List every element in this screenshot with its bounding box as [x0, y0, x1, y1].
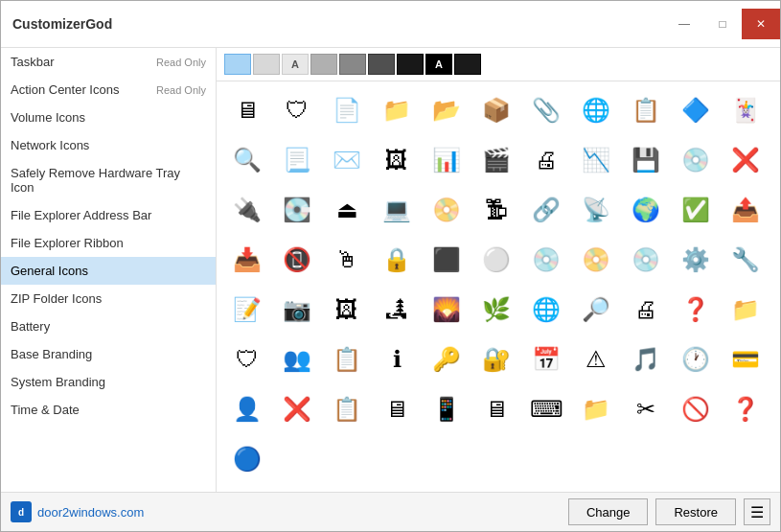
icon-cell-26[interactable]: 📀: [424, 187, 470, 233]
icon-cell-65[interactable]: 💳: [723, 336, 769, 382]
icon-cell-74[interactable]: ✂: [623, 386, 669, 432]
change-button[interactable]: Change: [568, 498, 649, 525]
icon-cell-63[interactable]: 🎵: [623, 336, 669, 382]
icon-cell-13[interactable]: ✉️: [324, 137, 370, 183]
icon-cell-32[interactable]: 📤: [723, 187, 769, 233]
sidebar-item-system-branding[interactable]: System Branding: [1, 368, 216, 396]
icon-cell-6[interactable]: 📎: [523, 87, 569, 133]
icon-cell-59[interactable]: 🔑: [424, 336, 470, 382]
icon-cell-12[interactable]: 📃: [274, 137, 320, 183]
icon-cell-33[interactable]: 📥: [224, 237, 270, 283]
icon-cell-75[interactable]: 🚫: [673, 386, 719, 432]
icon-cell-42[interactable]: ⚙️: [673, 237, 719, 283]
sidebar-item-time-date[interactable]: Time & Date: [1, 396, 216, 424]
sidebar-item-safely-remove[interactable]: Safely Remove Hardware Tray Icon: [1, 159, 216, 201]
sidebar-item-file-explorer-ribbon[interactable]: File Explorer Ribbon: [1, 229, 216, 257]
close-button[interactable]: ✕: [742, 9, 780, 39]
icon-cell-27[interactable]: 🗜: [473, 187, 519, 233]
icon-cell-23[interactable]: 💽: [274, 187, 320, 233]
icon-cell-1[interactable]: 🛡: [274, 87, 320, 133]
icon-cell-76[interactable]: ❓: [723, 386, 769, 432]
icon-cell-9[interactable]: 🔷: [673, 87, 719, 133]
icon-cell-53[interactable]: ❓: [673, 287, 719, 333]
sidebar-item-network[interactable]: Network Icons: [1, 131, 216, 159]
icon-cell-2[interactable]: 📄: [324, 87, 370, 133]
icon-cell-24[interactable]: ⏏: [324, 187, 370, 233]
icon-cell-38[interactable]: ⚪: [473, 237, 519, 283]
icon-cell-51[interactable]: 🔎: [573, 287, 619, 333]
color-swatch-2[interactable]: A: [282, 54, 309, 75]
icon-cell-37[interactable]: ⬛: [424, 237, 470, 283]
color-swatch-0[interactable]: [224, 54, 251, 75]
icon-cell-77[interactable]: 🔵: [224, 436, 270, 482]
icon-cell-5[interactable]: 📦: [473, 87, 519, 133]
color-swatch-4[interactable]: [339, 54, 366, 75]
icon-cell-4[interactable]: 📂: [424, 87, 470, 133]
icon-cell-22[interactable]: 🔌: [224, 187, 270, 233]
color-swatch-5[interactable]: [368, 54, 395, 75]
icon-cell-44[interactable]: 📝: [224, 287, 270, 333]
icon-cell-73[interactable]: 📁: [573, 386, 619, 432]
icon-cell-69[interactable]: 🖥: [374, 386, 420, 432]
icon-cell-16[interactable]: 🎬: [473, 137, 519, 183]
icon-cell-40[interactable]: 📀: [573, 237, 619, 283]
icon-cell-39[interactable]: 💿: [523, 237, 569, 283]
icon-cell-45[interactable]: 📷: [274, 287, 320, 333]
icon-cell-61[interactable]: 📅: [523, 336, 569, 382]
icon-cell-55[interactable]: 🛡: [224, 336, 270, 382]
icon-cell-47[interactable]: 🏞: [374, 287, 420, 333]
icon-cell-57[interactable]: 📋: [324, 336, 370, 382]
color-swatch-6[interactable]: [397, 54, 424, 75]
icon-cell-14[interactable]: 🖼: [374, 137, 420, 183]
icon-cell-48[interactable]: 🌄: [424, 287, 470, 333]
icon-cell-25[interactable]: 💻: [374, 187, 420, 233]
color-swatch-3[interactable]: [310, 54, 337, 75]
icon-cell-68[interactable]: 📋: [324, 386, 370, 432]
icon-cell-56[interactable]: 👥: [274, 336, 320, 382]
icon-cell-67[interactable]: ❌: [274, 386, 320, 432]
icon-cell-49[interactable]: 🌿: [473, 287, 519, 333]
icon-cell-58[interactable]: ℹ: [374, 336, 420, 382]
icon-cell-21[interactable]: ❌: [723, 137, 769, 183]
icon-cell-41[interactable]: 💿: [623, 237, 669, 283]
sidebar-item-zip-folder[interactable]: ZIP Folder Icons: [1, 285, 216, 312]
sidebar-item-file-explorer-address[interactable]: File Explorer Address Bar: [1, 201, 216, 229]
icon-cell-35[interactable]: 🖱: [324, 237, 370, 283]
icon-cell-20[interactable]: 💿: [673, 137, 719, 183]
sidebar-item-taskbar[interactable]: TaskbarRead Only: [1, 48, 216, 76]
sidebar-item-volume[interactable]: Volume Icons: [1, 104, 216, 131]
icon-cell-3[interactable]: 📁: [374, 87, 420, 133]
icon-cell-70[interactable]: 📱: [424, 386, 470, 432]
icon-cell-18[interactable]: 📉: [573, 137, 619, 183]
icon-cell-31[interactable]: ✅: [673, 187, 719, 233]
icon-cell-15[interactable]: 📊: [424, 137, 470, 183]
color-swatch-8[interactable]: [454, 54, 481, 75]
icon-cell-46[interactable]: 🖼: [324, 287, 370, 333]
sidebar-item-base-branding[interactable]: Base Branding: [1, 340, 216, 368]
icon-cell-60[interactable]: 🔐: [473, 336, 519, 382]
minimize-button[interactable]: —: [665, 9, 703, 39]
color-swatch-1[interactable]: [253, 54, 280, 75]
icon-cell-72[interactable]: ⌨: [523, 386, 569, 432]
icon-cell-62[interactable]: ⚠: [573, 336, 619, 382]
icon-cell-8[interactable]: 📋: [623, 87, 669, 133]
icon-cell-34[interactable]: 📵: [274, 237, 320, 283]
icon-cell-64[interactable]: 🕐: [673, 336, 719, 382]
sidebar-item-battery[interactable]: Battery: [1, 312, 216, 340]
icon-cell-52[interactable]: 🖨: [623, 287, 669, 333]
icon-cell-43[interactable]: 🔧: [723, 237, 769, 283]
sidebar-item-general-icons[interactable]: General Icons: [1, 257, 216, 285]
icon-cell-50[interactable]: 🌐: [523, 287, 569, 333]
icon-cell-17[interactable]: 🖨: [523, 137, 569, 183]
color-swatch-7[interactable]: A: [425, 54, 452, 75]
sidebar-item-action-center[interactable]: Action Center IconsRead Only: [1, 76, 216, 104]
icon-cell-10[interactable]: 🃏: [723, 87, 769, 133]
icon-cell-29[interactable]: 📡: [573, 187, 619, 233]
icon-cell-28[interactable]: 🔗: [523, 187, 569, 233]
icon-cell-30[interactable]: 🌍: [623, 187, 669, 233]
maximize-button[interactable]: □: [703, 9, 742, 39]
icon-cell-0[interactable]: 🖥: [224, 87, 270, 133]
icon-cell-36[interactable]: 🔒: [374, 237, 420, 283]
menu-button[interactable]: ☰: [744, 498, 770, 525]
icon-cell-11[interactable]: 🔍: [224, 137, 270, 183]
